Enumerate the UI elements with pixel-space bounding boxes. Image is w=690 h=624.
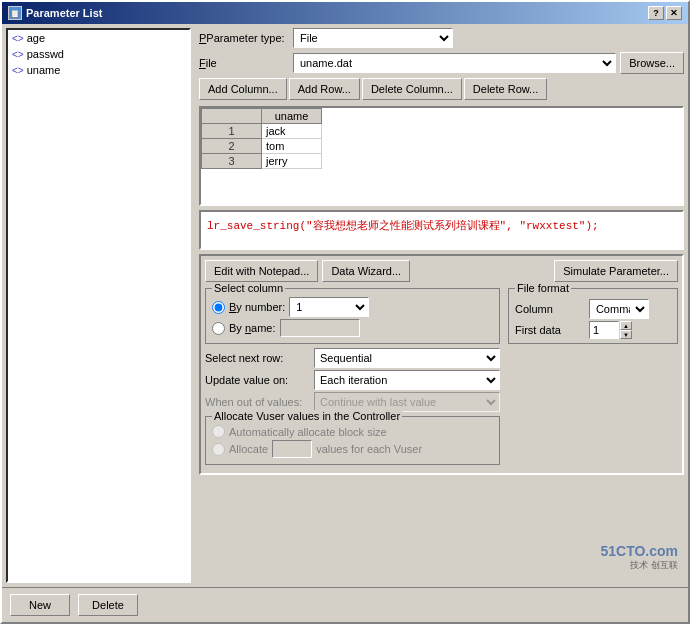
select-next-row-label: Select next row: — [205, 352, 310, 364]
bottom-bar: New Delete — [2, 587, 688, 622]
values-label: values for each Vuser — [316, 443, 422, 455]
file-format-group: File format Column Comma First data — [508, 288, 678, 344]
data-wizard-button[interactable]: Data Wizard... — [322, 260, 410, 282]
auto-allocate-radio — [212, 425, 225, 438]
when-out-label: When out of values: — [205, 396, 310, 408]
update-value-row: Update value on: Each iteration — [205, 370, 500, 390]
allocate-radio — [212, 443, 225, 456]
right-panel: PParameter type: File File uname.dat Bro… — [195, 24, 688, 587]
settings-columns: Select column By number: 1 By name: — [205, 288, 678, 469]
browse-button[interactable]: Browse... — [620, 52, 684, 74]
by-number-row: By number: 1 — [212, 297, 493, 317]
data-table: uname 1 jack 2 tom 3 — [201, 108, 322, 169]
settings-top-buttons: Edit with Notepad... Data Wizard... Simu… — [205, 260, 678, 282]
code-text: lr_save_string("容我想想老师之性能测试系列培训课程", "rwx… — [207, 220, 599, 232]
param-item-age[interactable]: <> age — [8, 30, 189, 46]
by-name-row: By name: — [212, 319, 493, 337]
select-next-row-select[interactable]: Sequential — [314, 348, 500, 368]
by-name-label: By name: — [229, 322, 276, 334]
watermark: 51CTO.com 技术 创互联 — [600, 543, 678, 572]
settings-left: Select column By number: 1 By name: — [205, 288, 500, 469]
param-icon-passwd: <> — [12, 49, 24, 60]
simulate-parameter-button[interactable]: Simulate Parameter... — [554, 260, 678, 282]
code-display: lr_save_string("容我想想老师之性能测试系列培训课程", "rwx… — [199, 210, 684, 250]
allocate-input — [272, 440, 312, 458]
by-number-label: By number: — [229, 301, 285, 313]
row-value-3[interactable]: jerry — [262, 154, 322, 169]
parameter-list: <> age <> passwd <> uname — [6, 28, 191, 583]
auto-allocate-row: Automatically allocate block size — [212, 425, 493, 438]
param-label-age: age — [27, 32, 45, 44]
by-number-radio[interactable] — [212, 301, 225, 314]
table-row: 1 jack — [202, 124, 322, 139]
param-type-select[interactable]: File — [293, 28, 453, 48]
delete-column-button[interactable]: Delete Column... — [362, 78, 462, 100]
file-select[interactable]: uname.dat — [293, 53, 616, 73]
settings-panel: Edit with Notepad... Data Wizard... Simu… — [199, 254, 684, 475]
first-data-spinner: ▲ ▼ — [589, 321, 671, 339]
new-button[interactable]: New — [10, 594, 70, 616]
param-type-row: PParameter type: File — [199, 28, 684, 48]
add-row-button[interactable]: Add Row... — [289, 78, 360, 100]
param-item-uname[interactable]: <> uname — [8, 62, 189, 78]
select-column-title: Select column — [212, 282, 285, 294]
select-column-group: Select column By number: 1 By name: — [205, 288, 500, 344]
table-header-empty — [202, 109, 262, 124]
by-name-radio[interactable] — [212, 322, 225, 335]
when-out-select: Continue with last value — [314, 392, 500, 412]
window-title: Parameter List — [26, 7, 102, 19]
table-header-uname: uname — [262, 109, 322, 124]
delete-button[interactable]: Delete — [78, 594, 138, 616]
param-icon-age: <> — [12, 33, 24, 44]
param-item-passwd[interactable]: <> passwd — [8, 46, 189, 62]
auto-allocate-label: Automatically allocate block size — [229, 426, 387, 438]
row-num-1: 1 — [202, 124, 262, 139]
table-row: 3 jerry — [202, 154, 322, 169]
spin-up-button[interactable]: ▲ — [620, 321, 632, 330]
title-bar: 📋 Parameter List ? ✕ — [2, 2, 688, 24]
table-toolbar: Add Column... Add Row... Delete Column..… — [199, 78, 684, 100]
update-value-select[interactable]: Each iteration — [314, 370, 500, 390]
file-label: File — [199, 57, 289, 69]
file-format-title: File format — [515, 282, 571, 294]
settings-right: File format Column Comma First data — [508, 288, 678, 469]
when-out-row: When out of values: Continue with last v… — [205, 392, 500, 412]
data-table-container: uname 1 jack 2 tom 3 — [199, 106, 684, 206]
column-format-select[interactable]: Comma — [589, 299, 649, 319]
param-label-passwd: passwd — [27, 48, 64, 60]
add-column-button[interactable]: Add Column... — [199, 78, 287, 100]
spinner-buttons: ▲ ▼ — [620, 321, 632, 339]
table-row: 2 tom — [202, 139, 322, 154]
first-data-input[interactable] — [589, 321, 619, 339]
update-value-label: Update value on: — [205, 374, 310, 386]
help-button[interactable]: ? — [648, 6, 664, 20]
select-next-row-row: Select next row: Sequential — [205, 348, 500, 368]
spin-down-button[interactable]: ▼ — [620, 330, 632, 339]
row-num-2: 2 — [202, 139, 262, 154]
by-name-input[interactable] — [280, 319, 360, 337]
allocate-group: Allocate Vuser values in the Controller … — [205, 416, 500, 465]
close-button[interactable]: ✕ — [666, 6, 682, 20]
watermark-line1: 51CTO.com — [600, 543, 678, 559]
file-row: File uname.dat Browse... — [199, 52, 684, 74]
row-value-1[interactable]: jack — [262, 124, 322, 139]
delete-row-button[interactable]: Delete Row... — [464, 78, 547, 100]
window-icon: 📋 — [8, 6, 22, 20]
column-format-label: Column — [515, 303, 583, 315]
row-value-2[interactable]: tom — [262, 139, 322, 154]
allocate-title: Allocate Vuser values in the Controller — [212, 410, 402, 422]
row-num-3: 3 — [202, 154, 262, 169]
param-label-uname: uname — [27, 64, 61, 76]
param-icon-uname: <> — [12, 65, 24, 76]
first-data-label: First data — [515, 324, 583, 336]
title-bar-buttons: ? ✕ — [648, 6, 682, 20]
allocate-row: Allocate values for each Vuser — [212, 440, 493, 458]
watermark-line2: 技术 创互联 — [600, 559, 678, 572]
allocate-label: Allocate — [229, 443, 268, 455]
edit-notepad-button[interactable]: Edit with Notepad... — [205, 260, 318, 282]
by-number-select[interactable]: 1 — [289, 297, 369, 317]
param-type-label: PParameter type: — [199, 32, 289, 44]
